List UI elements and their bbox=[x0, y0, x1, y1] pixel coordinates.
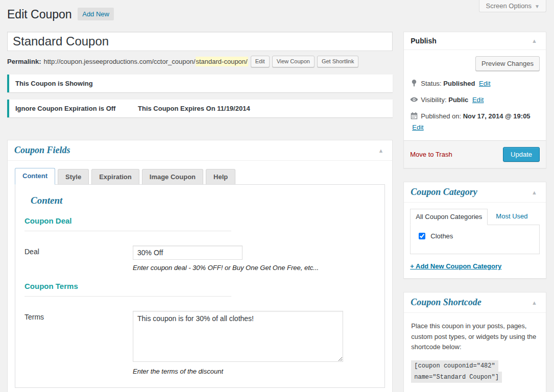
eye-icon bbox=[410, 95, 418, 104]
published-on-row: Published on: Nov 17, 2014 @ 19:05 Edit bbox=[410, 111, 540, 133]
status-value: Published bbox=[443, 80, 475, 87]
permalink-url: http://coupon.jesseeproductions.com/ccto… bbox=[43, 58, 195, 65]
coupon-category-metabox: Coupon Category ▲ All Coupon Categories … bbox=[403, 182, 546, 279]
publish-title: Publish bbox=[411, 37, 437, 45]
tab-content[interactable]: Content bbox=[15, 168, 55, 185]
tab-style[interactable]: Style bbox=[58, 169, 89, 184]
terms-field-row: Terms This coupon is for 30% of all clot… bbox=[25, 311, 375, 375]
add-new-category-link[interactable]: + Add New Coupon Category bbox=[410, 262, 501, 270]
coupon-fields-header[interactable]: Coupon Fields ▲ bbox=[8, 140, 392, 161]
deal-input[interactable] bbox=[133, 246, 243, 260]
get-shortlink-button[interactable]: Get Shortlink bbox=[317, 56, 359, 67]
published-edit-link[interactable]: Edit bbox=[412, 124, 423, 131]
coupon-terms-section-heading: Coupon Terms bbox=[25, 282, 231, 297]
main-column: Permalink: http://coupon.jesseeproductio… bbox=[7, 32, 393, 392]
category-label: Clothes bbox=[430, 232, 453, 240]
add-new-button[interactable]: Add New bbox=[78, 8, 114, 20]
coupon-category-title: Coupon Category bbox=[411, 187, 477, 198]
preview-changes-button[interactable]: Preview Changes bbox=[475, 56, 540, 71]
sidebar: Publish ▲ Preview Changes Status: Publis… bbox=[403, 32, 546, 392]
tab-help[interactable]: Help bbox=[206, 169, 235, 184]
collapse-arrow-icon[interactable]: ▲ bbox=[529, 37, 539, 45]
published-label: Published on: bbox=[421, 112, 461, 120]
screen-options-button[interactable]: Screen Options▼ bbox=[479, 0, 546, 12]
chevron-down-icon: ▼ bbox=[535, 4, 540, 9]
collapse-arrow-icon[interactable]: ▲ bbox=[529, 188, 539, 197]
publish-metabox: Publish ▲ Preview Changes Status: Publis… bbox=[403, 32, 546, 168]
tab-all-categories[interactable]: All Coupon Categories bbox=[410, 209, 488, 225]
visibility-value: Public bbox=[448, 96, 468, 104]
coupon-shortcode-title: Coupon Shortcode bbox=[411, 297, 481, 308]
published-value: Nov 17, 2014 @ 19:05 bbox=[463, 112, 531, 120]
permalink-edit-button[interactable]: Edit bbox=[251, 56, 270, 67]
update-button[interactable]: Update bbox=[503, 147, 540, 162]
tab-expiration[interactable]: Expiration bbox=[91, 169, 139, 184]
screen-options-label: Screen Options bbox=[486, 2, 532, 10]
status-label: Status: bbox=[421, 80, 441, 87]
coupon-fields-title: Coupon Fields bbox=[14, 145, 70, 156]
publish-header[interactable]: Publish ▲ bbox=[404, 32, 546, 50]
visibility-edit-link[interactable]: Edit bbox=[472, 96, 484, 104]
coupon-fields-metabox: Coupon Fields ▲ Content Style Expiration… bbox=[7, 140, 393, 392]
coupon-category-header[interactable]: Coupon Category ▲ bbox=[404, 182, 546, 203]
deal-label: Deal bbox=[25, 246, 133, 272]
notice-expiration-status: Ignore Coupon Expiration is Off bbox=[15, 105, 138, 112]
visibility-label: Visibility: bbox=[421, 96, 446, 104]
collapse-arrow-icon[interactable]: ▲ bbox=[376, 146, 386, 155]
permalink-label: Permalink: bbox=[7, 58, 41, 65]
move-to-trash-link[interactable]: Move to Trash bbox=[410, 151, 452, 158]
coupon-deal-section-heading: Coupon Deal bbox=[25, 216, 231, 231]
content-panel-heading: Content bbox=[31, 195, 375, 206]
notice-expiration-date: This Coupon Expires On 11/19/2014 bbox=[138, 105, 250, 112]
terms-textarea[interactable]: This coupon is for 30% of all clothes! bbox=[133, 311, 343, 362]
tab-image-coupon[interactable]: Image Coupon bbox=[142, 169, 203, 184]
content-tab-panel: Content Coupon Deal Deal Enter coupon de… bbox=[15, 184, 385, 388]
permalink-slug[interactable]: standard-coupon/ bbox=[196, 57, 248, 66]
shortcode-code-line-2: name="Standard Coupon"] bbox=[411, 372, 502, 383]
notice-text: This Coupon is Showing bbox=[15, 80, 93, 87]
category-tabs: All Coupon Categories Most Used bbox=[410, 209, 540, 225]
category-item-clothes[interactable]: Clothes bbox=[417, 231, 533, 241]
coupon-fields-tabs: Content Style Expiration Image Coupon He… bbox=[15, 168, 385, 184]
coupon-title-input[interactable] bbox=[7, 32, 393, 51]
publish-actions: Move to Trash Update bbox=[404, 140, 546, 168]
category-checkbox-clothes[interactable] bbox=[419, 233, 425, 239]
permalink-row: Permalink: http://coupon.jesseeproductio… bbox=[7, 56, 393, 67]
notice-coupon-showing: This Coupon is Showing bbox=[7, 75, 393, 92]
collapse-arrow-icon[interactable]: ▲ bbox=[529, 299, 539, 307]
page-title: Edit Coupon bbox=[7, 5, 72, 24]
status-edit-link[interactable]: Edit bbox=[479, 80, 490, 87]
admin-content: Edit Coupon Add New Permalink: http://co… bbox=[0, 0, 554, 392]
status-row: Status: Published Edit bbox=[410, 78, 540, 89]
terms-label: Terms bbox=[25, 311, 133, 375]
notice-coupon-expiration: Ignore Coupon Expiration is Off This Cou… bbox=[7, 100, 393, 117]
category-checklist: Clothes bbox=[410, 225, 540, 254]
calendar-icon bbox=[410, 112, 418, 120]
coupon-shortcode-metabox: Coupon Shortcode ▲ Place this coupon in … bbox=[403, 292, 546, 392]
deal-help-text: Enter coupon deal - 30% OFF! or Buy One … bbox=[133, 264, 319, 272]
pin-status-icon bbox=[410, 79, 418, 87]
shortcode-description: Place this coupon in your posts, pages, … bbox=[411, 321, 539, 352]
view-coupon-button[interactable]: View Coupon bbox=[272, 56, 315, 67]
coupon-shortcode-header[interactable]: Coupon Shortcode ▲ bbox=[404, 292, 546, 313]
tab-most-used[interactable]: Most Used bbox=[496, 212, 527, 225]
terms-help-text: Enter the terms of the discount bbox=[133, 368, 343, 375]
page-header: Edit Coupon Add New bbox=[7, 5, 546, 28]
shortcode-code-line-1: [coupon couponid="482" bbox=[411, 360, 498, 372]
deal-field-row: Deal Enter coupon deal - 30% OFF! or Buy… bbox=[25, 246, 375, 272]
visibility-row: Visibility: Public Edit bbox=[410, 94, 540, 106]
